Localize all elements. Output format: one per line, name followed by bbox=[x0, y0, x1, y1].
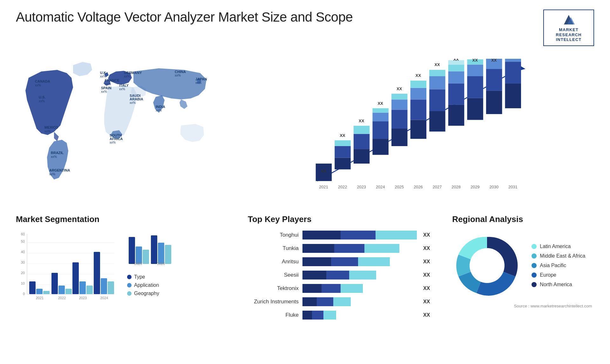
dot-north-america bbox=[532, 282, 537, 287]
logo-icon bbox=[561, 13, 577, 26]
bar-2028-s2 bbox=[448, 84, 464, 105]
japan-value: xx% bbox=[195, 81, 201, 84]
label-mea: Middle East & Africa bbox=[540, 253, 585, 259]
type-label: Type bbox=[134, 274, 145, 280]
svg-text:0: 0 bbox=[23, 292, 25, 296]
bar-2022-s2 bbox=[335, 146, 350, 158]
bar-2029-s3 bbox=[467, 64, 483, 76]
bar-2031-s1 bbox=[505, 84, 521, 108]
bar-2024-s2 bbox=[373, 121, 389, 139]
seg-bar-2026-type bbox=[151, 235, 157, 264]
player-val-tonghui: XX bbox=[423, 232, 430, 238]
label-europe: Europe bbox=[540, 272, 556, 278]
seg-bar-2024-type bbox=[94, 252, 100, 294]
canada-value: xx% bbox=[35, 84, 41, 87]
logo-text: MARKET RESEARCH INTELLECT bbox=[556, 27, 582, 42]
brazil-value: xx% bbox=[51, 155, 57, 158]
map-section: CANADA xx% U.S. xx% MEXICO xx% BRAZIL xx… bbox=[16, 52, 232, 205]
bar-seg2 bbox=[317, 297, 333, 306]
mexico-value: xx% bbox=[44, 130, 51, 133]
seg-bar-2022-geo bbox=[65, 289, 72, 294]
svg-text:2026: 2026 bbox=[157, 262, 165, 266]
southafrica-label2: AFRICA bbox=[110, 137, 123, 141]
svg-text:10: 10 bbox=[21, 281, 25, 285]
dot-asia bbox=[532, 263, 537, 268]
spain-label: SPAIN bbox=[101, 86, 112, 90]
legend-geography: Geography bbox=[127, 291, 178, 296]
player-tunkia: Tunkia XX bbox=[248, 244, 430, 253]
bar-2025-s1 bbox=[391, 129, 407, 146]
header: Automatic Voltage Vector Analyzer Market… bbox=[16, 10, 594, 46]
seg-bar-2021-geo bbox=[43, 291, 50, 294]
bar-2025-label: 2025 bbox=[395, 185, 404, 189]
bar-seg1 bbox=[302, 257, 331, 266]
seg-bar-2022-type bbox=[51, 273, 58, 294]
svg-text:2025: 2025 bbox=[134, 262, 142, 266]
bar-seg1 bbox=[302, 284, 322, 293]
player-fluke: Fluke XX bbox=[248, 311, 430, 320]
player-val-anritsu: XX bbox=[423, 259, 430, 265]
type-dot bbox=[127, 275, 132, 279]
seg-bar-2024-geo bbox=[108, 281, 114, 294]
bar-seg1 bbox=[302, 297, 317, 306]
seg-bar-2023-type bbox=[72, 262, 79, 294]
bar-2028-label: 2028 bbox=[451, 185, 461, 189]
china-label: CHINA bbox=[175, 70, 186, 74]
segmentation-title: Market Segmentation bbox=[16, 214, 232, 224]
uk-value: xx% bbox=[100, 75, 106, 78]
bar-2030-s2 bbox=[486, 69, 502, 91]
bar-seg3 bbox=[323, 311, 336, 320]
player-tektronix: Tektronix XX bbox=[248, 284, 430, 293]
svg-text:60: 60 bbox=[21, 232, 25, 236]
italy-value: xx% bbox=[119, 87, 125, 91]
seg-bar-2025-geo bbox=[143, 250, 149, 264]
player-name-anritsu: Anritsu bbox=[248, 259, 299, 265]
bar-2022-s3 bbox=[335, 140, 350, 146]
player-bar-tektronix bbox=[302, 284, 417, 293]
brazil-label: BRAZIL bbox=[51, 151, 64, 155]
geo-label: Geography bbox=[134, 291, 159, 296]
bar-2021-label: 2021 bbox=[319, 185, 328, 189]
player-name-fluke: Fluke bbox=[248, 312, 299, 318]
bar-2026-s2 bbox=[410, 99, 426, 120]
seg-bar-2025-app bbox=[136, 246, 142, 264]
source-text: Source : www.marketresearchintellect.com bbox=[452, 304, 592, 308]
bar-seg3 bbox=[341, 284, 363, 293]
legend-application: Application bbox=[127, 282, 178, 288]
seg-bar-2023-app bbox=[79, 281, 86, 294]
bar-2028-value: XX bbox=[453, 59, 459, 62]
player-name-tonghui: Tonghui bbox=[248, 232, 299, 238]
player-name-seesii: Seesii bbox=[248, 272, 299, 278]
player-val-seesii: XX bbox=[423, 272, 430, 278]
italy-label: ITALY bbox=[119, 84, 129, 87]
bar-seg2 bbox=[326, 271, 349, 280]
bar-2027-s1 bbox=[429, 111, 445, 131]
bar-2023-s3 bbox=[354, 126, 369, 134]
us-value: xx% bbox=[39, 99, 45, 103]
bar-seg2 bbox=[312, 311, 323, 320]
france-label: FRANCE bbox=[105, 78, 119, 82]
bar-2030-label: 2030 bbox=[489, 185, 498, 189]
japan-label: JAPAN bbox=[195, 77, 207, 81]
app-dot bbox=[127, 283, 132, 287]
bar-2026-s3 bbox=[410, 88, 426, 99]
label-asia: Asia Pacific bbox=[540, 263, 566, 268]
player-bar-anritsu bbox=[302, 257, 417, 266]
spain-value: xx% bbox=[101, 90, 107, 93]
bar-2027-s3 bbox=[429, 76, 445, 89]
svg-text:2024: 2024 bbox=[100, 296, 108, 300]
bar-seg2 bbox=[322, 284, 341, 293]
bar-seg3 bbox=[349, 271, 376, 280]
donut-container: Latin America Middle East & Africa Asia … bbox=[452, 231, 592, 300]
svg-text:2022: 2022 bbox=[58, 296, 66, 300]
player-anritsu: Anritsu XX bbox=[248, 257, 430, 266]
bar-2022-s1 bbox=[335, 158, 350, 169]
southafrica-value: xx% bbox=[110, 141, 116, 144]
india-label: INDIA bbox=[156, 105, 165, 109]
logo: MARKET RESEARCH INTELLECT bbox=[543, 10, 594, 46]
india-value: xx% bbox=[156, 109, 162, 112]
seg-legend: Type Application Geography bbox=[127, 274, 178, 296]
regional-legend: Latin America Middle East & Africa Asia … bbox=[532, 244, 585, 287]
label-latin: Latin America bbox=[540, 244, 571, 249]
saudi-value: xx% bbox=[130, 101, 136, 104]
